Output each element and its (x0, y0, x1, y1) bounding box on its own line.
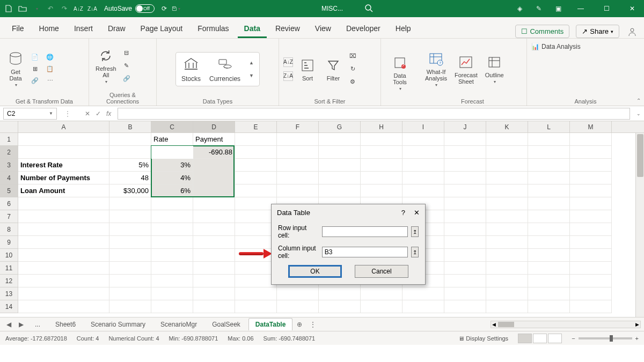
sort-desc-ribbon-icon[interactable]: Z↓A (283, 71, 293, 81)
cancel-button[interactable]: Cancel (355, 265, 408, 278)
cell-C3[interactable]: 3% (151, 159, 193, 172)
cell-A3[interactable]: Interest Rate (18, 159, 109, 172)
scroll-down-icon[interactable]: ▼ (249, 73, 254, 78)
dialog-close-icon[interactable]: ✕ (414, 209, 420, 217)
row-header-9[interactable]: 9 (0, 236, 18, 249)
get-data-more-icon[interactable]: ⋯ (45, 76, 55, 86)
zoom-in-icon[interactable]: + (635, 335, 639, 342)
column-header-B[interactable]: B (109, 121, 151, 132)
column-input-cell-field[interactable] (322, 247, 408, 257)
refresh-all-button[interactable]: Refresh All (93, 46, 119, 85)
tab-nav-prev[interactable]: ◀ (3, 321, 14, 328)
from-web-icon[interactable]: 🌐 (45, 53, 55, 62)
row-header-12[interactable]: 12 (0, 275, 18, 287)
sort-desc-icon[interactable]: Z↓A (88, 4, 97, 13)
cancel-formula-icon[interactable]: ✕ (85, 110, 90, 117)
data-tools-button[interactable]: Data Tools (389, 53, 411, 92)
column-header-J[interactable]: J (444, 121, 486, 132)
tab-home[interactable]: Home (33, 20, 65, 38)
cell-A5[interactable]: Loan Amount (18, 184, 109, 197)
row-header-10[interactable]: 10 (0, 249, 18, 262)
column-header-C[interactable]: C (151, 121, 193, 132)
edit-links-icon[interactable]: 🔗 (122, 74, 131, 84)
column-header-H[interactable]: H (361, 121, 402, 132)
column-header-G[interactable]: G (319, 121, 361, 132)
zoom-out-icon[interactable]: − (572, 335, 575, 342)
formula-input[interactable] (118, 108, 630, 120)
properties-icon[interactable]: ✎ (122, 61, 131, 71)
minimize-button[interactable]: — (573, 5, 588, 12)
row-header-4[interactable]: 4 (0, 172, 18, 184)
cell-A4[interactable]: Number of Payments (18, 172, 109, 184)
ok-button[interactable]: OK (288, 265, 342, 278)
column-header-M[interactable]: M (570, 121, 612, 132)
cell-D2[interactable]: -690.88 (193, 146, 235, 159)
sheet-tab-scenariomgr[interactable]: ScenarioMgr (153, 318, 204, 330)
tab-help[interactable]: Help (389, 20, 418, 38)
column-header-F[interactable]: F (277, 121, 319, 132)
sort-asc-ribbon-icon[interactable]: A↓Z (283, 57, 293, 67)
column-header-D[interactable]: D (193, 121, 235, 132)
column-header-E[interactable]: E (235, 121, 277, 132)
col-range-picker-icon[interactable]: ↥ (411, 247, 419, 257)
row-header-1[interactable]: 1 (0, 133, 18, 146)
recent-sources-icon[interactable]: 📋 (45, 64, 55, 74)
select-all-corner[interactable] (0, 121, 18, 132)
currencies-button[interactable]: Currencies (209, 56, 240, 83)
cell-B5[interactable]: $30,000 (109, 184, 151, 197)
scroll-right-icon[interactable]: ▶ (634, 322, 640, 327)
autosave-toggle[interactable]: AutoSave Off (104, 4, 155, 13)
tab-nav-next[interactable]: ▶ (16, 321, 27, 328)
sheet-tab-goalseek[interactable]: GoalSeek (205, 318, 247, 330)
from-text-icon[interactable]: 📄 (30, 53, 40, 62)
forecast-sheet-button[interactable]: Forecast Sheet (452, 53, 480, 86)
window-mode-icon[interactable]: ▣ (554, 4, 562, 13)
toggle-switch[interactable]: Off (135, 4, 155, 13)
column-header-K[interactable]: K (486, 121, 528, 132)
sheet-tab-sheet6[interactable]: Sheet6 (48, 318, 83, 330)
undo-icon[interactable]: ↶ (46, 4, 55, 13)
horizontal-scrollbar[interactable]: ◀▶ (320, 321, 644, 328)
save-icon[interactable] (172, 4, 180, 13)
sheet-tab-datatable[interactable]: DataTable (248, 318, 292, 330)
page-layout-view-button[interactable] (533, 334, 547, 343)
row-header-5[interactable]: 5 (0, 184, 18, 197)
maximize-button[interactable]: ☐ (599, 5, 614, 12)
help-icon[interactable]: ? (401, 209, 405, 217)
tab-file[interactable]: File (5, 20, 31, 38)
scroll-left-icon[interactable]: ◀ (491, 322, 497, 327)
redo-icon[interactable]: ↷ (60, 4, 69, 13)
row-header-7[interactable]: 7 (0, 210, 18, 223)
cell-C5[interactable]: 6% (151, 184, 193, 197)
row-header-14[interactable]: 14 (0, 300, 18, 313)
comments-button[interactable]: ☐ Comments (515, 25, 569, 38)
column-header-L[interactable]: L (528, 121, 570, 132)
share-button[interactable]: ↗ Share ▾ (576, 25, 619, 38)
row-header-3[interactable]: 3 (0, 159, 18, 172)
enter-formula-icon[interactable]: ✓ (96, 110, 101, 117)
cell-C1[interactable]: Rate (151, 133, 193, 146)
new-file-icon[interactable] (4, 4, 13, 13)
brush-icon[interactable]: ✎ (535, 4, 543, 13)
row-header-8[interactable]: 8 (0, 223, 18, 236)
zoom-slider[interactable]: − + (572, 335, 639, 342)
column-header-I[interactable]: I (402, 121, 444, 132)
display-settings-button[interactable]: 🖥 Display Settings (458, 335, 508, 342)
tab-draw[interactable]: Draw (101, 20, 132, 38)
data-analysis-button[interactable]: 📊 Data Analysis (531, 43, 581, 50)
existing-conn-icon[interactable]: 🔗 (30, 76, 40, 86)
sync-icon[interactable]: ⟳ (160, 4, 169, 13)
tab-developer[interactable]: Developer (340, 20, 387, 38)
page-break-view-button[interactable] (548, 334, 562, 343)
collapse-ribbon-icon[interactable]: ⌃ (636, 98, 641, 104)
stocks-button[interactable]: Stocks (181, 56, 201, 83)
reapply-icon[interactable]: ↻ (348, 64, 357, 74)
tab-insert[interactable]: Insert (68, 20, 99, 38)
open-file-icon[interactable] (18, 4, 27, 13)
normal-view-button[interactable] (518, 334, 532, 343)
from-table-icon[interactable]: ⊞ (30, 64, 40, 74)
sheet-tab-...[interactable]: ... (28, 318, 47, 330)
row-header-11[interactable]: 11 (0, 262, 18, 275)
tab-review[interactable]: Review (269, 20, 306, 38)
clear-filter-icon[interactable]: ⌧ (348, 51, 357, 61)
